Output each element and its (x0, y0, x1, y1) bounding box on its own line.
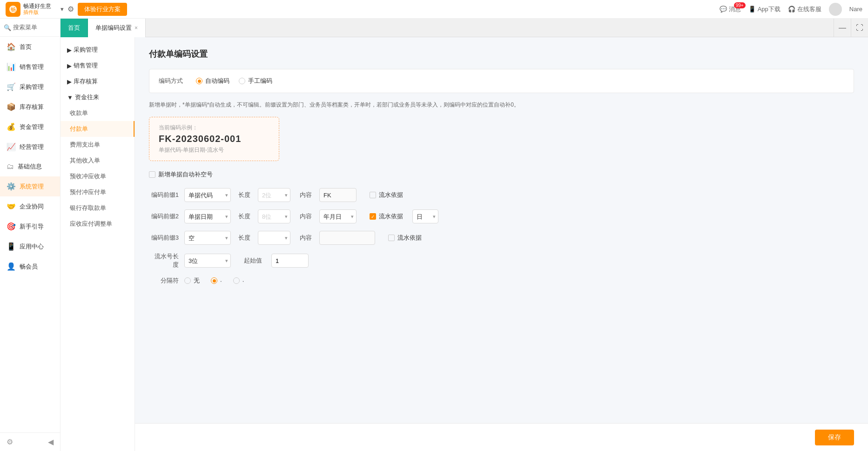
message-icon: 💬 (720, 6, 727, 13)
sidebar-item-system[interactable]: ⚙️ 系统管理 (0, 176, 60, 196)
message-button[interactable]: 💬 消息 99+ (720, 5, 741, 13)
prefix2-period-select[interactable]: 日 (412, 209, 438, 223)
avatar[interactable] (829, 3, 842, 16)
tab-maximize-button[interactable]: ⛶ (851, 19, 868, 37)
apps-icon: 📱 (7, 242, 16, 251)
prefix2-length-select[interactable]: 8位 (258, 209, 290, 223)
sidebar-item-finance[interactable]: 💰 资金管理 (0, 117, 60, 137)
auto-fill-checkbox[interactable] (149, 171, 155, 178)
tab-close-icon[interactable]: × (135, 25, 138, 31)
sub-menu-items-finance: 收款单 付款单 费用支出单 其他收入单 预收冲应收单 预付冲应付单 银行存取款单… (61, 105, 135, 232)
sidebar-item-guide[interactable]: 🎯 新手引导 (0, 216, 60, 236)
tab-active[interactable]: 单据编码设置 × (88, 19, 146, 37)
sep-dash-radio[interactable]: · (233, 277, 244, 284)
sub-sidebar: ▶ 采购管理 ▶ 销售管理 ▶ 库存核算 (61, 37, 135, 451)
sidebar-item-basics[interactable]: 🗂 基础信息 (0, 157, 60, 176)
prefix3-content-label: 内容 (300, 234, 312, 242)
stream-length-select[interactable]: 3位 (184, 254, 231, 268)
prefix1-select-wrap: 单据代码 (184, 188, 231, 202)
prefix3-stream-checkbox[interactable]: 流水依据 (388, 234, 422, 242)
prefix2-content-select[interactable]: 年月日 (319, 209, 357, 223)
stream-row: 流水号长度 3位 起始值 (149, 252, 854, 269)
sidebar-item-member[interactable]: 👤 畅会员 (0, 256, 60, 276)
sub-menu-item-receipt[interactable]: 收款单 (61, 105, 135, 121)
prefix2-length-select-wrap: 8位 (258, 209, 290, 223)
chevron-down-icon: ▾ (61, 6, 64, 13)
start-value-input[interactable] (271, 254, 309, 268)
auto-code-radio-circle (196, 78, 202, 84)
coding-mode-card: 编码方式 自动编码 手工编码 (149, 69, 854, 93)
chevron-right-icon-3: ▶ (67, 78, 72, 85)
sidebar-collapse-icon[interactable]: ◀ (48, 438, 54, 446)
sub-menu-item-prepay-pay[interactable]: 预付冲应付单 (61, 184, 135, 200)
enterprise-icon: 🤝 (7, 202, 16, 211)
manual-code-radio-circle (239, 78, 245, 84)
sub-menu-item-adjust[interactable]: 应收应付调整单 (61, 216, 135, 232)
sidebar: 🔍 搜索菜单 🏠 首页 📊 销售管理 🛒 采购管理 📦 库存核算 💰 (0, 19, 61, 451)
online-service-button[interactable]: 🎧 在线客服 (788, 5, 821, 13)
page-title: 付款单编码设置 (149, 48, 854, 60)
svg-text:畅: 畅 (11, 7, 16, 12)
sep-dot-circle (211, 277, 217, 284)
sub-menu-item-other-income[interactable]: 其他收入单 (61, 153, 135, 168)
sidebar-item-operations[interactable]: 📈 经营管理 (0, 137, 60, 157)
form-row-prefix1: 编码前缀1 单据代码 长度 2位 内容 (149, 188, 854, 202)
sub-group-purchase-header[interactable]: ▶ 采购管理 (61, 42, 135, 58)
prefix2-period-select-wrap: 日 (412, 209, 438, 223)
app-download-button[interactable]: 📱 App下载 (748, 5, 781, 13)
prefix3-length-select[interactable] (258, 231, 290, 245)
sub-menu-item-bank[interactable]: 银行存取款单 (61, 200, 135, 216)
message-badge: 99+ (734, 2, 746, 8)
sub-group-finance-header[interactable]: ▼ 资金往来 (61, 89, 135, 105)
sidebar-item-apps[interactable]: 📱 应用中心 (0, 236, 60, 256)
prefix1-content-label: 内容 (300, 191, 312, 199)
sub-group-inventory-header[interactable]: ▶ 库存核算 (61, 74, 135, 89)
sub-group-sales-header[interactable]: ▶ 销售管理 (61, 58, 135, 74)
tab-home[interactable]: 首页 (61, 19, 88, 37)
tabbar: 首页 单据编码设置 × — ⛶ (61, 19, 868, 37)
sep-dot-radio[interactable]: · (211, 277, 222, 284)
prefix3-select[interactable]: 空 (184, 231, 231, 245)
prefix1-stream-box (370, 192, 376, 198)
sidebar-item-home[interactable]: 🏠 首页 (0, 37, 60, 57)
sub-menu-item-prepay-recv[interactable]: 预收冲应收单 (61, 168, 135, 184)
prefix2-stream-checkbox[interactable]: ✓ 流水依据 (370, 212, 403, 221)
sidebar-item-enterprise[interactable]: 🤝 企业协同 (0, 196, 60, 216)
coding-label: 编码方式 (159, 77, 183, 85)
phone-icon: 📱 (748, 6, 756, 13)
prefix1-stream-checkbox[interactable]: 流水依据 (370, 191, 403, 199)
sub-group-purchase: ▶ 采购管理 (61, 42, 135, 58)
sidebar-item-inventory[interactable]: 📦 库存核算 (0, 97, 60, 117)
sidebar-bottom: ⚙ ◀ (0, 432, 60, 451)
prefix1-select[interactable]: 单据代码 (184, 188, 231, 202)
save-button[interactable]: 保存 (815, 430, 854, 445)
logo-text: 畅通好生意 插件版 (23, 3, 51, 16)
auto-fill-row[interactable]: 新增单据自动补空号 (149, 170, 854, 179)
trial-button[interactable]: 体验行业方案 (78, 3, 127, 16)
auto-code-radio[interactable]: 自动编码 (196, 77, 229, 85)
prefix1-length-select[interactable]: 2位 (258, 188, 290, 202)
sep-none-radio[interactable]: 无 (184, 276, 200, 285)
manual-code-radio[interactable]: 手工编码 (239, 77, 272, 85)
sub-menu-item-expense[interactable]: 费用支出单 (61, 137, 135, 153)
coding-mode-radio-group: 编码方式 自动编码 手工编码 (159, 77, 844, 85)
sub-menu-item-payment[interactable]: 付款单 (61, 121, 135, 137)
tab-minimize-button[interactable]: — (834, 19, 851, 37)
auto-code-radio-dot (198, 80, 201, 83)
sidebar-item-sales[interactable]: 📊 销售管理 (0, 57, 60, 77)
prefix2-select[interactable]: 单据日期 (184, 209, 231, 223)
prefix3-content-value (319, 231, 375, 245)
topbar-dropdown[interactable]: ▾ (59, 6, 64, 13)
separator-row: 分隔符 无 · · (149, 276, 854, 285)
topbar-right: 💬 消息 99+ 📱 App下载 🎧 在线客服 Nare (720, 3, 862, 16)
sidebar-settings-icon[interactable]: ⚙ (7, 438, 13, 446)
code-example-box: 当前编码示例： FK-20230602-001 单据代码-单据日期-流水号 (149, 117, 279, 161)
search-menu-button[interactable]: 🔍 搜索菜单 (0, 19, 60, 37)
prefix1-length-label: 长度 (238, 191, 250, 199)
prefix2-label: 编码前缀2 (149, 212, 179, 221)
chevron-right-icon: ▶ (67, 47, 72, 54)
chevron-down-icon-2: ▼ (67, 94, 73, 101)
settings-icon[interactable]: ⚙ (67, 5, 74, 13)
sidebar-item-purchase[interactable]: 🛒 采购管理 (0, 77, 60, 97)
service-icon: 🎧 (788, 6, 795, 13)
